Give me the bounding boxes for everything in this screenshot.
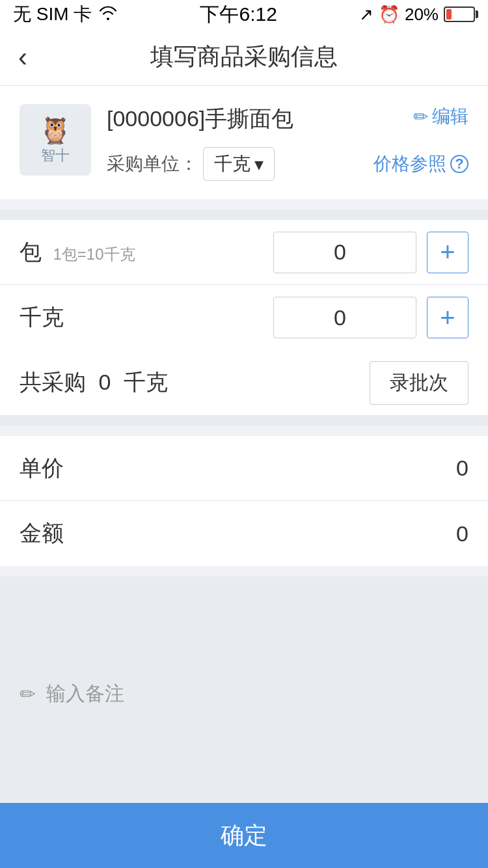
back-button[interactable]: ‹ — [18, 42, 27, 73]
confirm-label: 确定 — [221, 820, 267, 852]
kg-input-area: + — [72, 297, 468, 338]
remark-section[interactable]: ✏ 输入备注 — [0, 576, 488, 811]
nav-bar: ‹ 填写商品采购信息 — [0, 29, 488, 86]
kg-row: 千克 + — [0, 285, 488, 350]
price-ref-button[interactable]: 价格参照 ? — [373, 152, 468, 176]
dropdown-icon: ▾ — [254, 154, 264, 175]
total-text: 共采购 0 千克 — [20, 368, 168, 398]
edit-icon: ✏ — [413, 106, 428, 128]
product-card: 🦉 智十 [0000006]手撕面包 ✏ 编辑 采购单位： 千克 ▾ — [0, 86, 488, 199]
unit-select[interactable]: 千克 ▾ — [203, 147, 275, 181]
gps-icon: ↗ — [359, 5, 373, 25]
total-value: 0 — [98, 370, 111, 394]
wifi-icon — [98, 4, 118, 25]
unit-price-label: 单价 — [20, 454, 64, 483]
section-divider-2 — [0, 415, 488, 426]
amount-value: 0 — [456, 521, 468, 547]
unit-label: 采购单位： — [107, 152, 198, 176]
kg-plus-button[interactable]: + — [427, 297, 468, 338]
section-divider-1 — [0, 210, 488, 220]
amount-row: 金额 0 — [0, 501, 488, 566]
quantity-form: 包 1包=10千克 + 千克 + — [0, 220, 488, 350]
product-brand: 智十 — [41, 146, 70, 165]
info-icon: ? — [450, 155, 468, 173]
bag-label: 包 1包=10千克 — [20, 237, 135, 267]
page-title: 填写商品采购信息 — [150, 41, 338, 73]
bag-row: 包 1包=10千克 + — [0, 220, 488, 285]
unit-price-value: 0 — [456, 455, 468, 481]
battery-icon — [444, 7, 475, 22]
battery-percent: 20% — [405, 5, 439, 25]
bag-input[interactable] — [273, 232, 416, 273]
status-left: 无 SIM 卡 — [13, 2, 118, 27]
status-time: 下午6:12 — [200, 1, 277, 28]
bag-plus-button[interactable]: + — [427, 232, 468, 273]
product-name: [0000006]手撕面包 — [107, 104, 293, 134]
unit-price-row: 单价 0 — [0, 436, 488, 501]
amount-label: 金额 — [20, 519, 64, 549]
bag-input-area: + — [135, 232, 468, 273]
price-section: 单价 0 金额 0 — [0, 436, 488, 566]
edit-button[interactable]: ✏ 编辑 — [413, 104, 468, 129]
status-bar: 无 SIM 卡 下午6:12 ↗ ⏰ 20% — [0, 0, 488, 29]
unit-row: 采购单位： 千克 ▾ 价格参照 ? — [107, 147, 468, 181]
product-name-row: [0000006]手撕面包 ✏ 编辑 — [107, 104, 468, 134]
carrier-label: 无 SIM 卡 — [13, 2, 92, 27]
pencil-icon: ✏ — [20, 683, 36, 705]
batch-button[interactable]: 录批次 — [370, 361, 468, 405]
total-section: 共采购 0 千克 录批次 — [0, 350, 488, 415]
remark-placeholder: 输入备注 — [46, 681, 124, 707]
product-owl-icon: 🦉 — [39, 115, 72, 146]
main-content: 🦉 智十 [0000006]手撕面包 ✏ 编辑 采购单位： 千克 ▾ — [0, 86, 488, 868]
status-right: ↗ ⏰ 20% — [359, 5, 475, 25]
kg-input[interactable] — [273, 297, 416, 338]
confirm-button[interactable]: 确定 — [0, 803, 488, 868]
product-image: 🦉 智十 — [20, 104, 91, 176]
product-info: [0000006]手撕面包 ✏ 编辑 采购单位： 千克 ▾ 价格参照 ? — [107, 104, 468, 181]
kg-label: 千克 — [20, 303, 72, 332]
alarm-icon: ⏰ — [379, 5, 400, 25]
